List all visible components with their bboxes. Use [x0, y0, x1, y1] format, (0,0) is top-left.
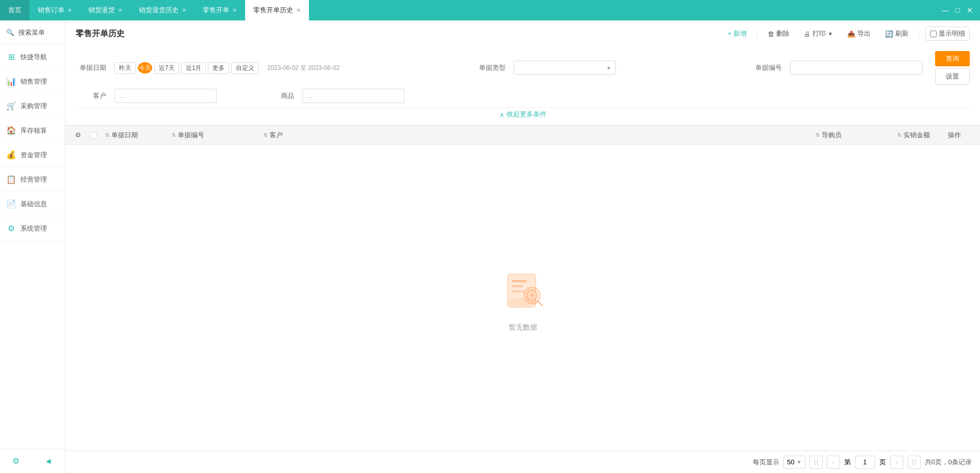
date-btn-yesterday[interactable]: 昨天 — [114, 62, 136, 74]
empty-text: 暂无数据 — [509, 323, 537, 332]
sidebar-search[interactable]: 🔍 搜索菜单 — [0, 20, 65, 45]
th-guide[interactable]: ⇅ 导购员 — [811, 131, 873, 140]
th-num[interactable]: ⇅ 单据编号 — [168, 131, 259, 140]
tab-retail-open-history-label: 零售开单历史 — [253, 6, 293, 15]
display-detail-button[interactable]: 显示明细 — [925, 27, 970, 41]
table-header: ⚙ ⇅ 单据日期 ⇅ 单据编号 ⇅ 客户 ⇅ 导购员 — [65, 126, 980, 145]
th-amount[interactable]: ⇅ 实销金额 — [873, 131, 934, 140]
doc-num-label: 单据编号 — [751, 63, 782, 72]
th-date[interactable]: ⇅ 单据日期 — [101, 131, 168, 140]
finance-icon: 💰 — [6, 150, 16, 160]
date-btn-1month[interactable]: 近1月 — [181, 62, 206, 74]
refresh-button-label: 刷新 — [895, 29, 909, 38]
print-dropdown-icon: ▼ — [828, 31, 833, 37]
pagination-bar: 每页显示 50 ▼ ⟨⟨ ‹ 第 页 › ⟩⟩ 共0页，0条记录 — [65, 451, 980, 473]
refresh-button[interactable]: 🔄 刷新 — [881, 27, 913, 40]
filter-date-buttons: 昨天 今天 近7天 近1月 更多 自定义 — [114, 62, 259, 74]
sidebar-item-inventory[interactable]: 🏠 库存核算 — [0, 118, 65, 143]
th-customer[interactable]: ⇅ 客户 — [259, 131, 811, 140]
new-button-label: + 新增 — [728, 29, 747, 38]
svg-rect-3 — [512, 285, 523, 287]
minimize-button[interactable]: — — [941, 6, 949, 14]
tab-sales-return[interactable]: 销货退货 ✕ — [80, 0, 131, 20]
tab-sales-return-label: 销货退货 — [88, 6, 115, 15]
sidebar-item-system-mgmt[interactable]: ⚙ 系统管理 — [0, 216, 65, 241]
content-area: 零售开单历史 + 新增 🗑 删除 🖨 打印 ▼ — [65, 20, 980, 473]
th-num-label: 单据编号 — [178, 131, 204, 140]
sort-icon-guide: ⇅ — [816, 132, 820, 138]
maximize-button[interactable]: □ — [953, 6, 962, 14]
export-button-label: 导出 — [857, 29, 871, 38]
date-btn-today[interactable]: 今天 — [138, 62, 152, 73]
display-detail-checkbox[interactable] — [930, 31, 937, 37]
checkbox-all[interactable] — [90, 132, 97, 139]
delete-icon: 🗑 — [768, 30, 774, 38]
svg-rect-2 — [512, 280, 527, 282]
empty-state: 暂无数据 — [65, 145, 980, 451]
tab-sales-order-close[interactable]: ✕ — [67, 7, 72, 14]
sidebar-item-operations[interactable]: 📋 经营管理 — [0, 167, 65, 192]
tab-sales-return-history-close[interactable]: ✕ — [182, 7, 186, 14]
sort-icon-amount: ⇅ — [897, 132, 901, 138]
tab-retail-open-history-close[interactable]: ✕ — [296, 7, 301, 14]
per-page-dropdown-icon: ▼ — [797, 459, 802, 465]
sidebar-item-basic-info[interactable]: 📄 基础信息 — [0, 192, 65, 216]
system-mgmt-icon: ⚙ — [6, 223, 16, 233]
next-page-button[interactable]: › — [890, 456, 903, 469]
prev-page-button[interactable]: ‹ — [827, 456, 840, 469]
sort-icon-num: ⇅ — [172, 132, 176, 138]
inventory-icon: 🏠 — [6, 126, 16, 135]
tab-retail-open-close[interactable]: ✕ — [232, 7, 237, 14]
query-button[interactable]: 查询 — [935, 51, 970, 66]
date-btn-7days[interactable]: 近7天 — [154, 62, 179, 74]
date-range-text: 2023-06-02 至 2023-06-02 — [267, 64, 339, 72]
sidebar-collapse-button[interactable]: ◄ — [44, 457, 53, 466]
export-button[interactable]: 📤 导出 — [843, 27, 875, 40]
sidebar: 🔍 搜索菜单 ⊞ 快捷导航 📊 销售管理 🛒 采购管理 🏠 库存核算 💰 资金管… — [0, 20, 65, 473]
print-button[interactable]: 🖨 打印 ▼ — [800, 27, 837, 40]
window-controls: — □ ✕ — [941, 6, 980, 14]
date-btn-more[interactable]: 更多 — [208, 62, 229, 74]
delete-button[interactable]: 🗑 删除 — [763, 27, 794, 40]
goods-more-icon: ... — [307, 92, 312, 99]
sort-icon-date: ⇅ — [105, 132, 109, 138]
operations-icon: 📋 — [6, 175, 16, 184]
svg-line-6 — [538, 301, 542, 306]
last-page-button[interactable]: ⟩⟩ — [907, 456, 921, 469]
doc-num-input[interactable] — [790, 61, 923, 75]
page-number-input[interactable] — [855, 456, 875, 469]
tab-retail-open[interactable]: 零售开单 ✕ — [195, 0, 245, 20]
column-settings-button[interactable]: ⚙ — [70, 131, 86, 139]
new-button[interactable]: + 新增 — [724, 27, 751, 40]
svg-rect-4 — [512, 290, 525, 292]
select-all-checkbox[interactable] — [86, 132, 101, 139]
sidebar-item-purchase-mgmt[interactable]: 🛒 采购管理 — [0, 94, 65, 118]
tab-home[interactable]: 首页 — [0, 0, 30, 20]
tab-sales-return-close[interactable]: ✕ — [118, 7, 123, 14]
set-button[interactable]: 设置 — [935, 68, 970, 85]
sidebar-item-sales-mgmt[interactable]: 📊 销售管理 — [0, 69, 65, 94]
tab-retail-open-history[interactable]: 零售开单历史 ✕ — [245, 0, 309, 20]
first-page-button[interactable]: ⟨⟨ — [809, 456, 823, 469]
per-page-select[interactable]: 50 ▼ — [783, 456, 805, 469]
tab-home-label: 首页 — [8, 6, 21, 15]
doc-type-select[interactable]: ▼ — [514, 61, 616, 75]
tab-sales-return-history[interactable]: 销货退货历史 ✕ — [131, 0, 195, 20]
close-button[interactable]: ✕ — [966, 6, 974, 14]
sidebar-item-finance[interactable]: 💰 资金管理 — [0, 143, 65, 167]
main-layout: 🔍 搜索菜单 ⊞ 快捷导航 📊 销售管理 🛒 采购管理 🏠 库存核算 💰 资金管… — [0, 20, 980, 473]
page-label: 第 — [844, 458, 851, 467]
sidebar-settings-button[interactable]: ⚙ — [12, 456, 19, 466]
sidebar-bottom: ⚙ ◄ — [0, 449, 65, 473]
customer-input[interactable]: ... — [114, 89, 217, 103]
tab-sales-order[interactable]: 销售订单 ✕ — [30, 0, 80, 20]
search-icon: 🔍 — [6, 29, 14, 36]
sidebar-item-quick-nav[interactable]: ⊞ 快捷导航 — [0, 45, 65, 69]
date-btn-custom[interactable]: 自定义 — [231, 62, 259, 74]
tab-sales-order-label: 销售订单 — [38, 6, 64, 15]
filter-row-2: 客户 ... 商品 ... — [76, 89, 970, 103]
delete-button-label: 删除 — [776, 29, 790, 38]
goods-input[interactable]: ... — [302, 89, 404, 103]
collapse-button[interactable]: ∧ 收起更多条件 — [76, 107, 970, 121]
sidebar-item-basic-info-label: 基础信息 — [20, 200, 47, 209]
